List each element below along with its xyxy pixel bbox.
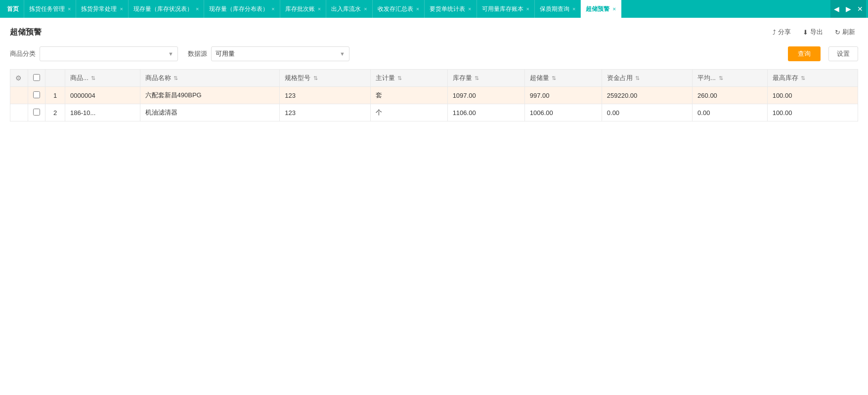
cell-stock-1: 1106.00 bbox=[447, 104, 524, 121]
close-avail-stock[interactable]: × bbox=[526, 6, 529, 12]
th-product-name[interactable]: 商品名称 ⇅ bbox=[140, 70, 280, 87]
share-button[interactable]: ⤴ 分享 bbox=[770, 26, 794, 39]
sort-avg-icon: ⇅ bbox=[719, 75, 723, 81]
cell-avg-1: 0.00 bbox=[693, 104, 768, 121]
th-avg[interactable]: 平均... ⇅ bbox=[693, 70, 768, 87]
datasource-filter: 数据源 可用量 ▼ bbox=[188, 46, 349, 61]
close-stock-dist[interactable]: × bbox=[271, 6, 274, 12]
cell-product-name-1: 机油滤清器 bbox=[140, 104, 280, 121]
row-checkbox-1[interactable] bbox=[33, 109, 40, 116]
cell-overstock-1: 1006.00 bbox=[524, 104, 602, 121]
filter-row: 商品分类 ▼ 数据源 可用量 ▼ 查询 设置 bbox=[10, 46, 858, 61]
nav-tab-order-stat[interactable]: 要货单统计表 × bbox=[425, 0, 477, 18]
select-all-checkbox[interactable] bbox=[33, 74, 40, 81]
sort-unit-icon: ⇅ bbox=[397, 75, 402, 81]
close-recv-send[interactable]: × bbox=[416, 6, 419, 12]
sort-max-stock-icon: ⇅ bbox=[801, 75, 805, 81]
datasource-select[interactable]: 可用量 ▼ bbox=[211, 46, 349, 61]
close-batch-account[interactable]: × bbox=[318, 6, 321, 12]
nav-tab-inout-flow[interactable]: 出入库流水 × bbox=[326, 0, 372, 18]
category-select[interactable]: ▼ bbox=[40, 46, 178, 61]
cell-stock-0: 1097.00 bbox=[447, 87, 524, 104]
nav-tab-stock-dist[interactable]: 现存量（库存分布表） × bbox=[204, 0, 280, 18]
cell-overstock-0: 997.00 bbox=[524, 87, 602, 104]
nav-tab-pick-task[interactable]: 拣货任务管理 × bbox=[24, 0, 76, 18]
cell-max-stock-0: 100.00 bbox=[767, 87, 858, 104]
export-icon: ⬇ bbox=[803, 29, 808, 36]
close-pick-task[interactable]: × bbox=[68, 6, 71, 12]
close-pick-exception[interactable]: × bbox=[120, 6, 123, 12]
page-content: 超储预警 ⤴ 分享 ⬇ 导出 ↻ 刷新 商品分类 ▼ 数据源 bbox=[0, 18, 868, 395]
cell-gear-0 bbox=[10, 87, 28, 104]
th-checkbox[interactable] bbox=[28, 70, 45, 87]
sort-capital-icon: ⇅ bbox=[635, 75, 640, 81]
sort-stock-icon: ⇅ bbox=[475, 75, 479, 81]
th-gear[interactable]: ⚙ bbox=[10, 70, 28, 87]
datasource-label: 数据源 bbox=[188, 49, 207, 58]
page-title: 超储预警 bbox=[10, 27, 42, 38]
datasource-value: 可用量 bbox=[216, 49, 235, 58]
nav-tab-avail-stock[interactable]: 可用量库存账本 × bbox=[477, 0, 535, 18]
cell-avg-0: 260.00 bbox=[693, 87, 768, 104]
th-capital[interactable]: 资金占用 ⇅ bbox=[602, 70, 692, 87]
cell-row-num-0: 1 bbox=[45, 87, 65, 104]
cell-max-stock-1: 100.00 bbox=[767, 104, 858, 121]
query-button[interactable]: 查询 bbox=[788, 46, 821, 61]
header-actions: ⤴ 分享 ⬇ 导出 ↻ 刷新 bbox=[770, 26, 858, 39]
nav-tab-batch-account[interactable]: 库存批次账 × bbox=[280, 0, 326, 18]
sort-product-name-icon: ⇅ bbox=[174, 75, 178, 81]
close-overstock[interactable]: × bbox=[612, 6, 615, 12]
nav-tab-home[interactable]: 首页 bbox=[2, 0, 24, 18]
cell-gear-1 bbox=[10, 104, 28, 121]
nav-tab-shelf-life[interactable]: 保质期查询 × bbox=[535, 0, 581, 18]
th-max-stock[interactable]: 最高库存 ⇅ bbox=[767, 70, 858, 87]
th-row-num bbox=[45, 70, 65, 87]
table-header-row: ⚙ 商品... ⇅ 商品名称 ⇅ 规格型号 ⇅ bbox=[10, 70, 858, 87]
cell-checkbox-1[interactable] bbox=[28, 104, 45, 121]
nav-tab-stock-status[interactable]: 现存量（库存状况表） × bbox=[129, 0, 204, 18]
nav-arrow-right[interactable]: ▶ bbox=[842, 0, 854, 18]
sort-overstock-icon: ⇅ bbox=[552, 75, 556, 81]
page-header: 超储预警 ⤴ 分享 ⬇ 导出 ↻ 刷新 bbox=[10, 26, 858, 39]
row-checkbox-0[interactable] bbox=[33, 91, 40, 98]
nav-arrow-left[interactable]: ◀ bbox=[830, 0, 842, 18]
cell-capital-1: 0.00 bbox=[602, 104, 692, 121]
category-filter: 商品分类 ▼ bbox=[10, 46, 178, 61]
refresh-icon: ↻ bbox=[835, 29, 840, 36]
close-stock-status[interactable]: × bbox=[196, 6, 199, 12]
cell-spec-0: 123 bbox=[280, 87, 370, 104]
cell-product-name-0: 六配套新昌490BPG bbox=[140, 87, 280, 104]
th-spec[interactable]: 规格型号 ⇅ bbox=[280, 70, 370, 87]
cell-checkbox-0[interactable] bbox=[28, 87, 45, 104]
export-button[interactable]: ⬇ 导出 bbox=[800, 26, 826, 39]
category-chevron-icon: ▼ bbox=[168, 51, 174, 57]
table-row: 1 0000004 六配套新昌490BPG 123 套 1097.00 997.… bbox=[10, 87, 858, 104]
cell-product-code-0: 0000004 bbox=[65, 87, 140, 104]
cell-unit-0: 套 bbox=[370, 87, 447, 104]
sort-product-code-icon: ⇅ bbox=[91, 75, 95, 81]
settings-button[interactable]: 设置 bbox=[828, 46, 858, 61]
cell-row-num-1: 2 bbox=[45, 104, 65, 121]
sort-spec-icon: ⇅ bbox=[313, 75, 318, 81]
nav-tab-pick-exception[interactable]: 拣货异常处理 × bbox=[76, 0, 128, 18]
gear-icon[interactable]: ⚙ bbox=[15, 74, 22, 82]
close-shelf-life[interactable]: × bbox=[572, 6, 575, 12]
table-row: 2 186-10... 机油滤清器 123 个 1106.00 1006.00 … bbox=[10, 104, 858, 121]
cell-spec-1: 123 bbox=[280, 104, 370, 121]
category-label: 商品分类 bbox=[10, 49, 36, 58]
datasource-chevron-icon: ▼ bbox=[340, 51, 345, 57]
nav-arrow-close[interactable]: ✕ bbox=[854, 0, 866, 18]
close-inout-flow[interactable]: × bbox=[364, 6, 367, 12]
cell-product-code-1: 186-10... bbox=[65, 104, 140, 121]
data-table: ⚙ 商品... ⇅ 商品名称 ⇅ 规格型号 ⇅ bbox=[10, 69, 858, 121]
th-overstock[interactable]: 超储量 ⇅ bbox=[524, 70, 602, 87]
refresh-button[interactable]: ↻ 刷新 bbox=[832, 26, 858, 39]
th-product-code[interactable]: 商品... ⇅ bbox=[65, 70, 140, 87]
close-order-stat[interactable]: × bbox=[468, 6, 471, 12]
nav-tab-overstock[interactable]: 超储预警 × bbox=[581, 0, 621, 18]
th-unit[interactable]: 主计量 ⇅ bbox=[370, 70, 447, 87]
th-stock[interactable]: 库存量 ⇅ bbox=[447, 70, 524, 87]
cell-capital-0: 259220.00 bbox=[602, 87, 692, 104]
nav-tab-recv-send[interactable]: 收发存汇总表 × bbox=[373, 0, 425, 18]
cell-unit-1: 个 bbox=[370, 104, 447, 121]
